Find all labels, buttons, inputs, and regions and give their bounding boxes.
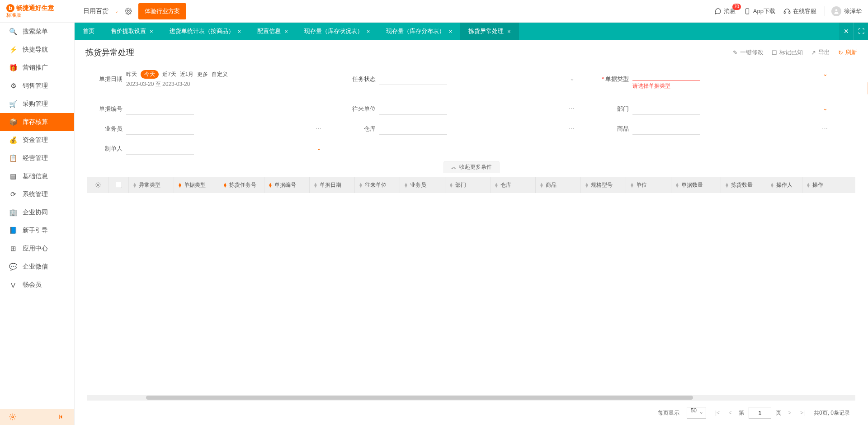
warehouse-input[interactable] (379, 123, 447, 135)
sidebar-icon: ⟳ (9, 190, 17, 198)
tab-3[interactable]: 配置信息× (249, 23, 296, 40)
user-menu[interactable]: 徐泽华 (825, 6, 862, 16)
close-icon[interactable]: × (238, 28, 241, 35)
task-status-input[interactable] (379, 73, 447, 85)
table-settings-header[interactable] (87, 177, 109, 193)
refresh-button[interactable]: ↻刷新 (838, 48, 857, 57)
page-next-button[interactable]: > (786, 410, 794, 416)
settings-icon[interactable] (9, 413, 16, 420)
col-header-14[interactable]: ▲▼操作人 (766, 177, 802, 193)
col-header-4[interactable]: ▲▼单据日期 (310, 177, 355, 193)
col-header-9[interactable]: ▲▼商品 (536, 177, 581, 193)
col-header-3[interactable]: ▲▼单据编号 (264, 177, 310, 193)
sidebar-item-12[interactable]: ⊞应用中心 (0, 240, 74, 258)
col-header-7[interactable]: ▲▼部门 (445, 177, 491, 193)
close-icon[interactable]: × (284, 28, 288, 35)
col-header-8[interactable]: ▲▼仓库 (491, 177, 536, 193)
close-icon[interactable]: × (367, 28, 370, 35)
tab-5[interactable]: 现存量（库存分布表）× (378, 23, 460, 40)
export-button[interactable]: ↗导出 (811, 48, 830, 57)
online-service-button[interactable]: 在线客服 (783, 7, 816, 15)
chip-1month[interactable]: 近1月 (180, 71, 194, 78)
sidebar-item-4[interactable]: 🛒采购管理 (0, 95, 74, 113)
company-selector[interactable]: 日用百货 ⌄ (83, 7, 132, 15)
product-input[interactable] (632, 123, 700, 135)
chip-today[interactable]: 今天 (141, 70, 159, 79)
chevron-up-icon: ︽ (451, 163, 457, 171)
col-header-10[interactable]: ▲▼规格型号 (581, 177, 626, 193)
sidebar-item-2[interactable]: 🎁营销推广 (0, 59, 74, 77)
sidebar-item-9[interactable]: ⟳系统管理 (0, 185, 74, 203)
more-icon[interactable]: ⋯ (822, 125, 828, 132)
close-icon[interactable]: × (448, 28, 452, 35)
tab-4[interactable]: 现存量（库存状况表）× (296, 23, 378, 40)
col-header-2[interactable]: ▲▼拣货任务号 (219, 177, 264, 193)
tab-2[interactable]: 进货单统计表（按商品）× (161, 23, 250, 40)
sidebar-footer (0, 409, 74, 425)
tab-1[interactable]: 售价提取设置× (103, 23, 161, 40)
more-icon[interactable]: ⋯ (316, 125, 321, 132)
chip-custom[interactable]: 自定义 (212, 71, 228, 78)
collapse-filters-button[interactable]: ︽ 收起更多条件 (443, 161, 500, 173)
col-header-1[interactable]: ▲▼单据类型 (174, 177, 219, 193)
col-header-11[interactable]: ▲▼单位 (626, 177, 671, 193)
close-icon[interactable]: × (150, 28, 153, 35)
message-icon (714, 8, 722, 15)
svg-point-0 (127, 10, 129, 12)
horizontal-scrollbar[interactable] (87, 395, 855, 401)
sidebar-item-5[interactable]: 📦库存核算 (0, 113, 74, 131)
batch-edit-button[interactable]: ✎一键修改 (733, 48, 764, 57)
partner-input[interactable] (379, 103, 447, 115)
sidebar-item-14[interactable]: V畅会员 (0, 276, 74, 294)
page-first-button[interactable]: |< (713, 410, 722, 416)
page-input[interactable] (749, 407, 771, 419)
sidebar-item-11[interactable]: 📘新手引导 (0, 222, 74, 240)
page-last-button[interactable]: >| (798, 410, 807, 416)
more-icon[interactable]: ⋯ (569, 105, 575, 112)
chip-7days[interactable]: 近7天 (162, 71, 176, 78)
chevron-down-icon[interactable]: ⌄ (823, 71, 828, 77)
sidebar-item-13[interactable]: 💬企业微信 (0, 258, 74, 276)
mark-known-button[interactable]: ☐标记已知 (772, 48, 803, 57)
sidebar-item-0[interactable]: 🔍搜索菜单 (0, 23, 74, 41)
fullscreen-button[interactable]: ⛶ (854, 23, 868, 40)
page-prev-button[interactable]: < (726, 410, 734, 416)
collapse-icon[interactable] (58, 414, 65, 420)
salesman-input[interactable] (126, 123, 194, 135)
sidebar-item-6[interactable]: 💰资金管理 (0, 131, 74, 149)
sidebar-item-1[interactable]: ⚡快捷导航 (0, 41, 74, 59)
sidebar-item-10[interactable]: 🏢企业协同 (0, 203, 74, 222)
chevron-down-icon[interactable]: ⌄ (316, 145, 321, 151)
close-icon[interactable]: × (507, 28, 511, 35)
sidebar-item-8[interactable]: ▤基础信息 (0, 167, 74, 185)
chevron-down-icon[interactable]: ⌄ (823, 105, 828, 112)
chip-more[interactable]: 更多 (197, 71, 208, 78)
app-download-button[interactable]: App下载 (744, 7, 775, 15)
col-header-0[interactable]: ▲▼异常类型 (129, 177, 174, 193)
doc-type-error: 请选择单据类型 (632, 82, 829, 90)
sidebar-item-3[interactable]: ⚙销售管理 (0, 77, 74, 95)
col-header-5[interactable]: ▲▼往来单位 (355, 177, 400, 193)
creator-input[interactable] (126, 143, 194, 155)
messages-button[interactable]: 消息 70 (714, 7, 736, 15)
col-header-6[interactable]: ▲▼业务员 (400, 177, 445, 193)
col-header-12[interactable]: ▲▼单据数量 (671, 177, 721, 193)
dept-input[interactable] (632, 103, 700, 115)
trial-plan-button[interactable]: 体验行业方案 (138, 3, 186, 19)
tab-6[interactable]: 拣货异常处理× (460, 23, 519, 40)
sidebar-item-label: 新手引导 (23, 227, 48, 235)
per-page-select[interactable]: 50 (687, 407, 706, 419)
select-all-header[interactable] (109, 177, 129, 193)
doc-type-input[interactable] (632, 69, 700, 80)
tab-0[interactable]: 首页 (75, 23, 103, 40)
sidebar-item-7[interactable]: 📋经营管理 (0, 149, 74, 167)
chevron-down-icon[interactable]: ⌄ (570, 75, 575, 82)
more-icon[interactable]: ⋯ (569, 125, 575, 132)
col-header-15[interactable]: ▲▼操作 (802, 177, 852, 193)
gear-icon[interactable] (125, 8, 132, 15)
col-header-13[interactable]: ▲▼拣货数量 (721, 177, 766, 193)
col-label: 仓库 (500, 181, 511, 189)
doc-no-input[interactable] (126, 103, 194, 115)
tab-close-all-button[interactable]: ✕ (839, 23, 854, 40)
chip-yesterday[interactable]: 昨天 (126, 71, 137, 78)
